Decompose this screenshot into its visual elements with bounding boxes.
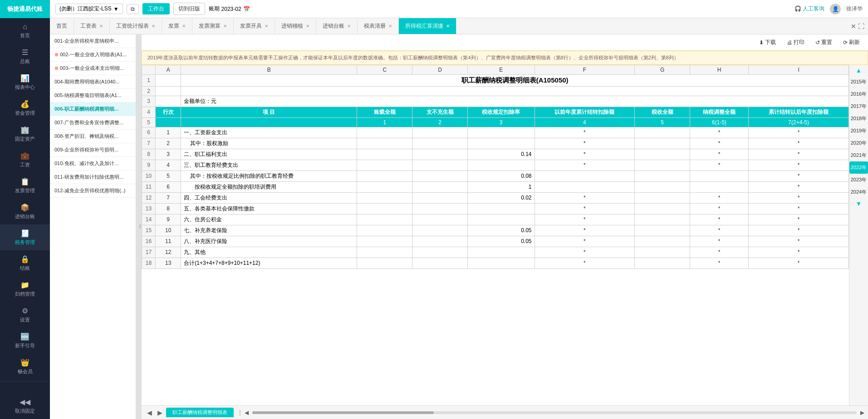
year-2023[interactable]: 2023年 xyxy=(849,174,868,186)
cell-e17[interactable] xyxy=(467,247,535,258)
cell-g15[interactable] xyxy=(635,225,690,236)
cell-c13[interactable] xyxy=(357,203,412,214)
cell-f11[interactable] xyxy=(535,181,635,192)
cell-c11[interactable] xyxy=(357,181,412,192)
list-item-004[interactable]: 004-期间费用明细表(A1040... xyxy=(50,75,136,89)
cell-c16[interactable] xyxy=(357,236,412,247)
cell-h12[interactable]: * xyxy=(690,192,748,203)
sidebar-item-closing[interactable]: 🔒 结账 xyxy=(0,250,50,276)
sidebar-item-capital[interactable]: 💰 资金管理 xyxy=(0,95,50,121)
cell-d16[interactable] xyxy=(412,236,468,247)
cell-i17[interactable]: * xyxy=(749,247,849,258)
cell-i6[interactable]: * xyxy=(749,127,849,138)
refresh-button[interactable]: ⟳ 刷新 xyxy=(840,37,863,48)
cell-e15[interactable]: 0.05 xyxy=(467,225,535,236)
tab-salary-report[interactable]: 工资统计报表 ✕ xyxy=(110,18,162,34)
sidebar-item-general-ledger[interactable]: ☰ 总账 xyxy=(0,44,50,69)
cancel-fixed-button[interactable]: ◀◀ 取消固定 xyxy=(0,393,50,419)
item-13[interactable]: 五、各类基本社会保障性缴款 xyxy=(181,203,357,214)
list-item-008[interactable]: 008-资产折旧、摊销及纳税... xyxy=(50,130,136,143)
cell-d11[interactable] xyxy=(412,181,468,192)
cell-f10[interactable] xyxy=(535,171,635,181)
scroll-left-button[interactable]: ◀ xyxy=(145,409,154,416)
cell-e7[interactable] xyxy=(467,138,535,149)
item-8[interactable]: 二、职工福利支出 xyxy=(181,149,357,160)
item-9[interactable]: 三、职工教育经费支出 xyxy=(181,160,357,171)
more-sheets-button[interactable]: ⋮ xyxy=(237,409,243,416)
cell-g10[interactable] xyxy=(635,171,690,181)
cell-i8[interactable]: * xyxy=(749,149,849,160)
cell-a3[interactable] xyxy=(156,96,181,107)
cell-a1[interactable] xyxy=(156,74,181,86)
year-2018[interactable]: 2018年 xyxy=(849,112,868,125)
tab-purchase-check[interactable]: 进销稽核 ✕ xyxy=(275,18,316,34)
cell-c15[interactable] xyxy=(357,225,412,236)
cell-e8[interactable]: 0.14 xyxy=(467,149,535,160)
cell-h13[interactable]: * xyxy=(690,203,748,214)
cell-i14[interactable]: * xyxy=(749,214,849,225)
workspace-button[interactable]: 工作台 xyxy=(142,3,170,15)
sidebar-item-home[interactable]: ⌂ 首页 xyxy=(0,18,50,44)
cell-g12[interactable] xyxy=(635,192,690,203)
sidebar-item-settings[interactable]: ⚙ 设置 xyxy=(0,302,50,328)
year-2022[interactable]: 2022年 xyxy=(849,161,868,174)
cell-c10[interactable] xyxy=(357,171,412,181)
tab-salary-close[interactable]: ✕ xyxy=(99,24,103,29)
cell-a2[interactable] xyxy=(156,86,181,96)
download-button[interactable]: ⬇ 下载 xyxy=(756,37,779,48)
bottom-tab-sheet[interactable]: 职工薪酬纳税调整明细表 xyxy=(166,408,234,417)
sidebar-item-purchase-sale[interactable]: 📦 进销台账 xyxy=(0,199,50,224)
user-name[interactable]: 徐泽华 xyxy=(846,5,863,13)
cell-h7[interactable]: * xyxy=(690,138,748,149)
cell-d7[interactable] xyxy=(412,138,468,149)
cell-h10[interactable] xyxy=(690,171,748,181)
cell-c14[interactable] xyxy=(357,214,412,225)
seq-18[interactable]: 13 xyxy=(156,258,181,268)
list-item-012[interactable]: 012-减免企业所得税优惠明细(..) xyxy=(50,184,136,198)
panel-collapse-handle[interactable]: 《 xyxy=(136,34,142,419)
seq-8[interactable]: 3 xyxy=(156,149,181,160)
cell-h16[interactable]: * xyxy=(690,236,748,247)
tab-purchase-check-close[interactable]: ✕ xyxy=(306,24,309,29)
cell-b2-span[interactable] xyxy=(181,86,849,96)
cell-e14[interactable] xyxy=(467,214,535,225)
tab-income-tax[interactable]: 所得税汇算清缴 ✕ xyxy=(399,18,456,34)
year-2017[interactable]: 2017年 xyxy=(849,100,868,112)
seq-16[interactable]: 11 xyxy=(156,236,181,247)
list-item-007[interactable]: 007-广告费和业务宣传费调整... xyxy=(50,116,136,130)
tab-salary[interactable]: 工资表 ✕ xyxy=(74,18,110,34)
cell-e11[interactable]: 1 xyxy=(467,181,535,192)
cell-c9[interactable] xyxy=(357,160,412,171)
cell-f16[interactable]: * xyxy=(535,236,635,247)
sidebar-item-invoice-mgmt[interactable]: 📋 发票管理 xyxy=(0,173,50,199)
cell-d14[interactable] xyxy=(412,214,468,225)
spreadsheet-container[interactable]: A B C D E F G H I xyxy=(142,65,849,406)
cell-d17[interactable] xyxy=(412,247,468,258)
item-17[interactable]: 九、其他 xyxy=(181,247,357,258)
cell-h18[interactable]: * xyxy=(690,258,748,268)
cell-f6[interactable]: * xyxy=(535,127,635,138)
seq-13[interactable]: 8 xyxy=(156,203,181,214)
year-2019[interactable]: 2019年 xyxy=(849,125,868,137)
cell-g14[interactable] xyxy=(635,214,690,225)
tab-tax-clear-close[interactable]: ✕ xyxy=(388,24,392,29)
print-button[interactable]: 🖨 打印 xyxy=(784,37,807,48)
scroll-left-arrow[interactable]: ◀ xyxy=(245,409,249,416)
cell-i12[interactable]: * xyxy=(749,192,849,203)
cell-e10[interactable]: 0.08 xyxy=(467,171,535,181)
seq-10[interactable]: 5 xyxy=(156,171,181,181)
item-7[interactable]: 其中：股权激励 xyxy=(181,138,357,149)
tab-income-tax-close[interactable]: ✕ xyxy=(446,24,450,29)
cell-f9[interactable]: * xyxy=(535,160,635,171)
company-selector[interactable]: (勿删）江西皎宝-LSS ▼ xyxy=(55,4,123,14)
cell-c8[interactable] xyxy=(357,149,412,160)
tab-invoice-open[interactable]: 发票开具 ✕ xyxy=(234,18,275,34)
close-all-icon[interactable]: ✕ xyxy=(851,23,856,30)
tab-invoice-calc-close[interactable]: ✕ xyxy=(223,24,227,29)
cell-f13[interactable]: * xyxy=(535,203,635,214)
list-item-011[interactable]: 011-研发费用加计扣除优惠明... xyxy=(50,171,136,184)
cell-c7[interactable] xyxy=(357,138,412,149)
cell-d12[interactable] xyxy=(412,192,468,203)
item-16[interactable]: 八、补充医疗保险 xyxy=(181,236,357,247)
cell-g17[interactable] xyxy=(635,247,690,258)
